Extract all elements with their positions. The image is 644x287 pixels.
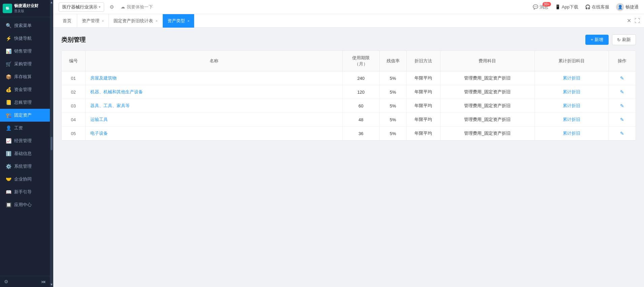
topbar: 医疗器械行业演示 ▾ ⚙ ☁ 我要体验一下 💬 消息 99+ 📱 App下载 🎧… (53, 0, 644, 14)
edit-icon-1[interactable]: ✎ (620, 89, 624, 95)
sidebar-item-2[interactable]: 📊销售管理 (0, 45, 50, 58)
cell-residual-0: 5% (379, 71, 406, 85)
cell-name-0: 房屋及建筑物 (85, 71, 342, 85)
nav-label-9: 经营管理 (14, 138, 32, 144)
gear-icon[interactable]: ⚙ (110, 4, 114, 10)
app-title: 畅捷通好业财 (14, 3, 38, 9)
sidebar-item-14[interactable]: 🔲应用中心 (0, 198, 50, 211)
cell-id-3: 04 (62, 113, 85, 127)
nav-label-13: 新手引导 (14, 189, 32, 195)
cell-id-0: 01 (62, 71, 85, 85)
sidebar-scrollbar[interactable]: ▲ ▼ (50, 0, 53, 287)
col-header-id: 编号 (62, 51, 85, 71)
tab-close-depreciation-stats[interactable]: × (155, 19, 157, 23)
nav-icon-0: 🔍 (5, 23, 11, 29)
sidebar-item-8[interactable]: 👤工资 (0, 122, 50, 134)
scroll-up-arrow[interactable]: ▲ (50, 1, 53, 4)
col-header-expense: 费用科目 (440, 51, 534, 71)
nav-icon-11: ⚙️ (5, 163, 11, 169)
customer-service-button[interactable]: 🎧 在线客服 (585, 4, 609, 10)
scrollbar-thumb[interactable] (51, 137, 53, 150)
table-row: 05电子设备365%年限平均管理费用_固定资产折旧累计折旧✎ (62, 127, 636, 140)
nav-label-8: 工资 (14, 125, 23, 131)
tab-asset-type[interactable]: 资产类型 × (163, 14, 194, 28)
sidebar-footer: ⚙ ⏮ (0, 276, 50, 287)
nav-label-11: 系统管理 (14, 163, 32, 169)
sidebar: 畅 畅捷通好业财 普及版 🔍搜索菜单⚡快捷导航📊销售管理🛒采购管理📦库存核算💰资… (0, 0, 50, 287)
data-table: 编号 名称 使用期限（月） 残值率 折旧方法 费用科目 累计折旧科目 操作 01… (61, 51, 636, 141)
sidebar-item-5[interactable]: 💰资金管理 (0, 83, 50, 96)
nav-icon-5: 💰 (5, 87, 11, 93)
company-name: 医疗器械行业演示 (62, 4, 97, 10)
cell-action-4[interactable]: ✎ (609, 127, 636, 140)
nav-label-5: 资金管理 (14, 87, 32, 93)
sidebar-item-0[interactable]: 🔍搜索菜单 (0, 19, 50, 32)
cell-action-2[interactable]: ✎ (609, 99, 636, 113)
sidebar-header: 畅 畅捷通好业财 普及版 (0, 0, 50, 17)
cell-accum-3: 累计折旧 (534, 113, 609, 127)
edit-icon-3[interactable]: ✎ (620, 117, 624, 122)
sidebar-item-9[interactable]: 📈经营管理 (0, 134, 50, 147)
col-header-name: 名称 (85, 51, 342, 71)
sidebar-item-13[interactable]: 📖新手引导 (0, 186, 50, 198)
col-header-method: 折旧方法 (406, 51, 440, 71)
table-body: 01房屋及建筑物2405%年限平均管理费用_固定资产折旧累计折旧✎02机器、机械… (62, 71, 636, 140)
refresh-button[interactable]: ↻ 刷新 (612, 34, 636, 45)
sidebar-item-1[interactable]: ⚡快捷导航 (0, 32, 50, 45)
cell-expense-2: 管理费用_固定资产折旧 (440, 99, 534, 113)
avatar: 👤 (616, 3, 624, 11)
nav-icon-13: 📖 (5, 189, 11, 195)
scroll-down-arrow[interactable]: ▼ (50, 283, 53, 286)
col-header-months: 使用期限（月） (342, 51, 379, 71)
sidebar-item-12[interactable]: 🤝企业协同 (0, 173, 50, 186)
nav-label-6: 总账管理 (14, 99, 32, 105)
cell-months-3: 48 (342, 113, 379, 127)
nav-icon-7: 🏗️ (5, 112, 11, 118)
tab-depreciation-stats[interactable]: 固定资产折旧统计表 × (109, 14, 162, 28)
nav-icon-6: 📒 (5, 99, 11, 105)
nav-label-0: 搜索菜单 (14, 23, 32, 29)
cell-id-4: 05 (62, 127, 85, 140)
cell-residual-1: 5% (379, 85, 406, 99)
edit-icon-0[interactable]: ✎ (620, 75, 624, 81)
category-table: 编号 名称 使用期限（月） 残值率 折旧方法 费用科目 累计折旧科目 操作 01… (62, 51, 636, 140)
cell-action-0[interactable]: ✎ (609, 71, 636, 85)
cell-action-3[interactable]: ✎ (609, 113, 636, 127)
user-profile-button[interactable]: 👤 畅捷通 (616, 3, 639, 11)
sidebar-item-6[interactable]: 📒总账管理 (0, 96, 50, 109)
messages-button[interactable]: 💬 消息 99+ (533, 4, 548, 10)
app-download-button[interactable]: 📱 App下载 (555, 4, 578, 10)
new-button[interactable]: + 新增 (585, 35, 609, 45)
sidebar-item-4[interactable]: 📦库存核算 (0, 70, 50, 83)
sidebar-item-11[interactable]: ⚙️系统管理 (0, 160, 50, 173)
cell-months-1: 120 (342, 85, 379, 99)
cell-residual-2: 5% (379, 99, 406, 113)
selector-arrow-icon: ▾ (99, 5, 100, 9)
nav-icon-10: ℹ️ (5, 151, 11, 157)
settings-icon[interactable]: ⚙ (4, 279, 8, 284)
edit-icon-4[interactable]: ✎ (620, 131, 624, 136)
company-selector[interactable]: 医疗器械行业演示 ▾ (59, 2, 104, 12)
tab-close-asset-management[interactable]: × (102, 19, 104, 23)
table-row: 01房屋及建筑物2405%年限平均管理费用_固定资产折旧累计折旧✎ (62, 71, 636, 85)
collapse-icon[interactable]: ⏮ (41, 279, 46, 284)
edit-icon-2[interactable]: ✎ (620, 103, 624, 108)
nav-label-14: 应用中心 (14, 202, 32, 208)
nav-label-7: 固定资产 (14, 112, 32, 118)
sidebar-item-7[interactable]: 🏗️固定资产 (0, 109, 50, 122)
table-row: 04运输工具485%年限平均管理费用_固定资产折旧累计折旧✎ (62, 113, 636, 127)
tab-home[interactable]: 首页 (57, 14, 77, 28)
cell-action-1[interactable]: ✎ (609, 85, 636, 99)
cell-method-0: 年限平均 (406, 71, 440, 85)
cell-id-1: 02 (62, 85, 85, 99)
tab-asset-management[interactable]: 资产管理 × (77, 14, 109, 28)
experience-button[interactable]: ☁ 我要体验一下 (121, 4, 153, 10)
tab-close-asset-type[interactable]: × (187, 19, 189, 23)
cell-id-2: 03 (62, 99, 85, 113)
sidebar-item-3[interactable]: 🛒采购管理 (0, 58, 50, 70)
sidebar-item-10[interactable]: ℹ️基础信息 (0, 147, 50, 160)
cell-name-4: 电子设备 (85, 127, 342, 140)
tab-close-current-icon[interactable]: ✕ (627, 18, 631, 24)
nav-label-4: 库存核算 (14, 74, 32, 80)
tab-expand-icon[interactable]: ⛶ (635, 18, 640, 24)
